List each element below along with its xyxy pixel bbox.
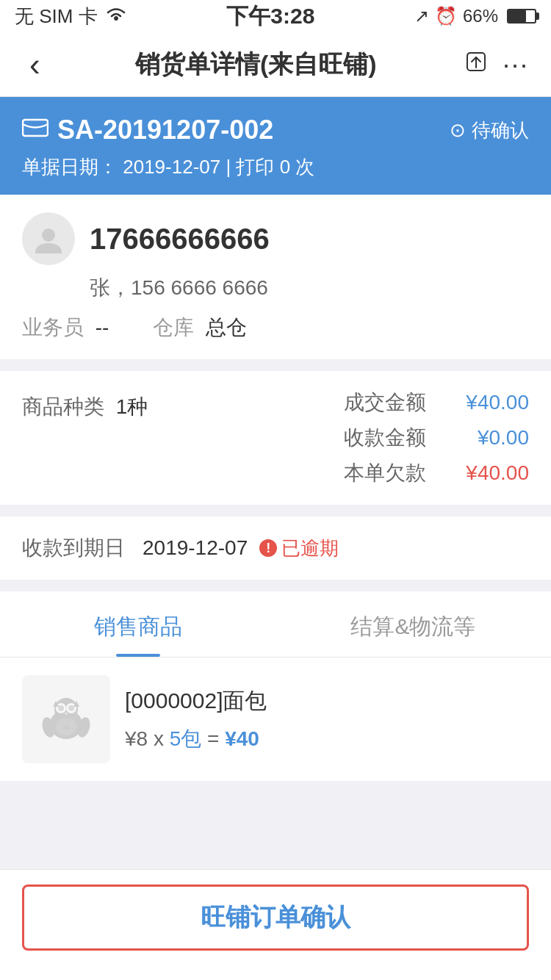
product-name: [0000002]面包 — [125, 686, 529, 716]
back-button[interactable]: ‹ — [22, 39, 48, 90]
customer-avatar — [22, 212, 75, 265]
product-list: + [0000002]面包 ¥8 x 5包 = ¥40 — [0, 657, 551, 782]
status-time: 下午3:28 — [226, 1, 314, 32]
tabs-row: 销售商品 结算&物流等 — [0, 591, 551, 657]
order-id: SA-20191207-002 — [22, 115, 273, 145]
salesperson-field: 业务员 -- — [22, 314, 109, 342]
status-carrier: 无 SIM 卡 — [15, 4, 127, 29]
nav-actions: ··· — [464, 49, 529, 80]
nav-bar: ‹ 销货单详情(来自旺铺) ··· — [0, 32, 551, 97]
alarm-icon: ⏰ — [435, 6, 457, 26]
page-title: 销货单详情(来自旺铺) — [135, 48, 377, 82]
order-icon — [22, 116, 48, 144]
location-icon: ↗ — [414, 6, 429, 26]
warehouse-field: 仓库 总仓 — [153, 314, 247, 342]
tabs-container: 销售商品 结算&物流等 — [0, 591, 551, 782]
customer-meta: 业务员 -- 仓库 总仓 — [22, 314, 529, 342]
customer-section: 17666666666 张，156 6666 6666 业务员 -- 仓库 总仓 — [0, 195, 551, 359]
battery-icon — [507, 9, 536, 24]
overdue-badge: ! 已逾期 — [259, 536, 339, 561]
carrier-text: 无 SIM 卡 — [15, 4, 98, 29]
table-row: + [0000002]面包 ¥8 x 5包 = ¥40 — [0, 657, 551, 782]
amount-list: 成交金额 ¥40.00 收款金额 ¥0.00 本单欠款 ¥40.00 — [344, 389, 529, 487]
collected-amount-row: 收款金额 ¥0.00 — [344, 424, 529, 452]
owed-amount-row: 本单欠款 ¥40.00 — [344, 459, 529, 487]
amount-section: 商品种类 1种 成交金额 ¥40.00 收款金额 ¥0.00 本单欠款 ¥40.… — [0, 371, 551, 505]
svg-point-9 — [68, 705, 74, 711]
deal-amount-row: 成交金额 ¥40.00 — [344, 389, 529, 417]
svg-point-3 — [42, 228, 55, 242]
status-bar: 无 SIM 卡 下午3:28 ↗ ⏰ 66% — [0, 0, 551, 32]
status-indicators: ↗ ⏰ 66% — [414, 6, 536, 26]
svg-point-8 — [58, 705, 64, 711]
overdue-icon: ! — [259, 539, 277, 557]
tab-sales-products[interactable]: 销售商品 — [0, 591, 276, 657]
due-date-section: 收款到期日 2019-12-07 ! 已逾期 — [0, 516, 551, 580]
product-price: ¥8 x 5包 = ¥40 — [125, 725, 529, 753]
customer-phone: 17666666666 — [90, 223, 270, 256]
order-status: ⊙ 待确认 — [450, 118, 529, 143]
confirm-order-button[interactable]: 旺铺订单确认 — [22, 884, 529, 951]
svg-text:+: + — [63, 721, 70, 734]
order-date: 单据日期： 2019-12-07 | 打印 0 次 — [22, 154, 529, 180]
bottom-bar: 旺铺订单确认 — [0, 869, 551, 980]
tab-settlement-logistics[interactable]: 结算&物流等 — [276, 591, 551, 657]
customer-name: 张，156 6666 6666 — [90, 274, 529, 302]
product-info: [0000002]面包 ¥8 x 5包 = ¥40 — [125, 686, 529, 753]
status-clock-icon: ⊙ — [450, 119, 466, 142]
battery-text: 66% — [463, 6, 498, 26]
order-header-banner: SA-20191207-002 ⊙ 待确认 单据日期： 2019-12-07 |… — [0, 97, 551, 195]
product-thumbnail: + — [22, 675, 110, 763]
wifi-icon — [105, 5, 127, 28]
share-button[interactable] — [464, 50, 488, 79]
product-type-field: 商品种类 1种 — [22, 389, 148, 421]
more-button[interactable]: ··· — [503, 49, 529, 80]
